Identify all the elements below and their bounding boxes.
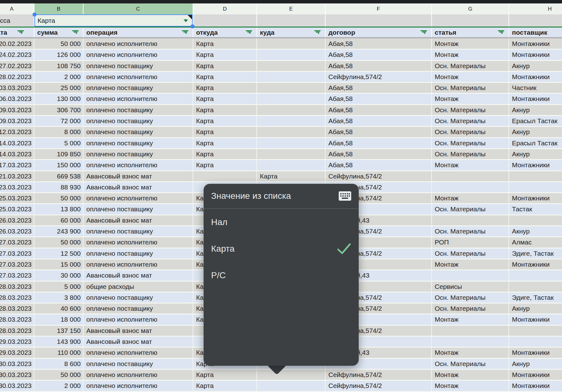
filter-icon[interactable]	[182, 30, 189, 35]
cell-A24[interactable]: 27.03.2023	[0, 259, 34, 269]
cell-E7[interactable]	[257, 72, 325, 82]
cell-H11[interactable]: Ерасыл Тастак	[509, 116, 562, 126]
cell-B12[interactable]: 8 000	[34, 127, 83, 137]
cell-D6[interactable]: Карта	[193, 61, 256, 71]
cell-D10[interactable]: Карта	[193, 105, 256, 115]
cell-F15[interactable]: Абая,58	[326, 160, 431, 170]
cell-E4[interactable]	[257, 39, 325, 49]
cell-G24[interactable]: Монтаж	[432, 259, 509, 269]
cell-B25[interactable]: 30 000	[34, 270, 83, 280]
cell-F11[interactable]: Абая,58	[326, 116, 431, 126]
cell-B8[interactable]: 25 000	[34, 83, 83, 93]
cell-B7[interactable]: 2 000	[34, 72, 83, 82]
cell-A18[interactable]: 25.03.2023	[0, 193, 34, 203]
cell-D13[interactable]: Карта	[193, 138, 256, 148]
cell-E5[interactable]	[257, 50, 325, 60]
cell-D9[interactable]: Карта	[193, 94, 256, 104]
header-cell-сумма[interactable]: сумма	[34, 28, 83, 37]
cell-F12[interactable]: Абая,58	[326, 127, 431, 137]
cell-B24[interactable]: 15 000	[34, 259, 83, 269]
cell-B28[interactable]: 40 600	[34, 304, 83, 314]
cell-B10[interactable]: 306 700	[34, 105, 83, 115]
cell-A8[interactable]: 03.03.2023	[0, 83, 34, 93]
cell-A19[interactable]: 25.03.2023	[0, 204, 34, 214]
cell-A15[interactable]: 17.03.2023	[0, 160, 34, 170]
cell-H10[interactable]: Акнур	[509, 105, 562, 115]
cell-H27[interactable]: Эдиге, Тастак	[509, 293, 562, 303]
cell-C18[interactable]: оплачено исполнителю	[84, 193, 193, 203]
cell-B32[interactable]: 110 000	[34, 348, 83, 358]
cell-C21[interactable]: оплачено поставщику	[84, 226, 193, 236]
cell-E10[interactable]	[257, 105, 325, 115]
header-cell-откуда[interactable]: откуда	[193, 28, 256, 37]
popup-option-Карта[interactable]: Карта	[204, 235, 359, 262]
cell-A31[interactable]: 29.03.2023	[0, 337, 34, 347]
cell-D12[interactable]: Карта	[193, 127, 256, 137]
filter-icon[interactable]	[498, 30, 505, 35]
cell-A9[interactable]: 06.03.2023	[0, 94, 34, 104]
cell-G14[interactable]: Осн. Материалы	[432, 149, 509, 159]
header-cell-операция[interactable]: операция	[84, 28, 193, 37]
cell-B22[interactable]: 50 000	[34, 237, 83, 247]
cell-E15[interactable]	[257, 160, 325, 170]
cell-F14[interactable]: Абая,58	[326, 149, 431, 159]
cell-C31[interactable]: Авансовый взнос мат	[84, 337, 193, 347]
cell-C27[interactable]: оплачено поставщику	[84, 293, 193, 303]
cell-C23[interactable]: оплачено поставщику	[84, 249, 193, 259]
column-header-E[interactable]: E	[257, 3, 325, 14]
cell-B26[interactable]: 5 000	[34, 282, 83, 292]
cell-H35[interactable]: Монтажники	[509, 381, 562, 391]
empty-cell[interactable]	[193, 14, 256, 27]
cell-H31[interactable]	[509, 337, 562, 347]
cell-C17[interactable]: Авансовый взнос мат	[84, 182, 193, 192]
cell-E13[interactable]	[257, 138, 325, 148]
cell-A14[interactable]: 14.03.2023	[0, 149, 34, 159]
cell-C29[interactable]: оплачено исполнителю	[84, 314, 193, 324]
cell-B19[interactable]: 13 800	[34, 204, 83, 214]
cell-G35[interactable]: Монтаж	[432, 381, 509, 391]
cell-B4[interactable]: 50 000	[34, 39, 83, 49]
cell-A30[interactable]: 28.03.2023	[0, 326, 34, 336]
cell-G5[interactable]: Монтаж	[432, 50, 509, 60]
cell-D5[interactable]: Карта	[193, 50, 256, 60]
cell-C8[interactable]: оплачено поставщику	[84, 83, 193, 93]
cell-H34[interactable]: Монтажники	[509, 370, 562, 380]
cell-C28[interactable]: оплачено поставщику	[84, 304, 193, 314]
cell-E8[interactable]	[257, 83, 325, 93]
cell-G34[interactable]: Монтаж	[432, 370, 509, 380]
cell-G29[interactable]: Монтаж	[432, 314, 509, 324]
label-cell-kassa[interactable]: Касса	[0, 14, 34, 27]
cell-A11[interactable]: 09.03.2023	[0, 116, 34, 126]
cell-E9[interactable]	[257, 94, 325, 104]
cell-C33[interactable]: оплачено поставщику	[84, 359, 193, 369]
header-cell-дата[interactable]: дата	[0, 28, 34, 37]
cell-H5[interactable]: Монтажники	[509, 50, 562, 60]
cell-H19[interactable]: Тастак	[509, 204, 562, 214]
cell-G19[interactable]: Осн. Материалы	[432, 204, 509, 214]
cell-C5[interactable]: оплачено исполнителю	[84, 50, 193, 60]
header-cell-поставщик[interactable]: поставщик	[509, 28, 562, 37]
cell-H22[interactable]: Алмас	[509, 237, 562, 247]
cell-G10[interactable]: Осн. Материалы	[432, 105, 509, 115]
cell-A35[interactable]: 30.03.2023	[0, 381, 34, 391]
cell-F13[interactable]: Абая,58	[326, 138, 431, 148]
cell-E6[interactable]	[257, 61, 325, 71]
cell-H13[interactable]: Ерасыл Тастак	[509, 138, 562, 148]
cell-C22[interactable]: оплачено исполнителю	[84, 237, 193, 247]
cell-E34[interactable]	[257, 370, 325, 380]
cell-C25[interactable]: Авансовый взнос мат	[84, 270, 193, 280]
selection-handle-top-left[interactable]	[33, 13, 37, 17]
cell-A10[interactable]: 09.03.2023	[0, 105, 34, 115]
cell-B21[interactable]: 243 900	[34, 226, 83, 236]
cell-G27[interactable]: Осн. Материалы	[432, 293, 509, 303]
cell-F4[interactable]: Абая,58	[326, 39, 431, 49]
cell-B29[interactable]: 18 000	[34, 314, 83, 324]
cell-A20[interactable]: 26.03.2023	[0, 215, 34, 225]
cell-H26[interactable]	[509, 282, 562, 292]
cell-F5[interactable]: Абая,58	[326, 50, 431, 60]
cell-B23[interactable]: 12 500	[34, 249, 83, 259]
cell-H33[interactable]: Акнур	[509, 359, 562, 369]
cell-C11[interactable]: оплачено поставщику	[84, 116, 193, 126]
cell-D4[interactable]: Карта	[193, 39, 256, 49]
cell-G8[interactable]: Осн. Материалы	[432, 83, 509, 93]
